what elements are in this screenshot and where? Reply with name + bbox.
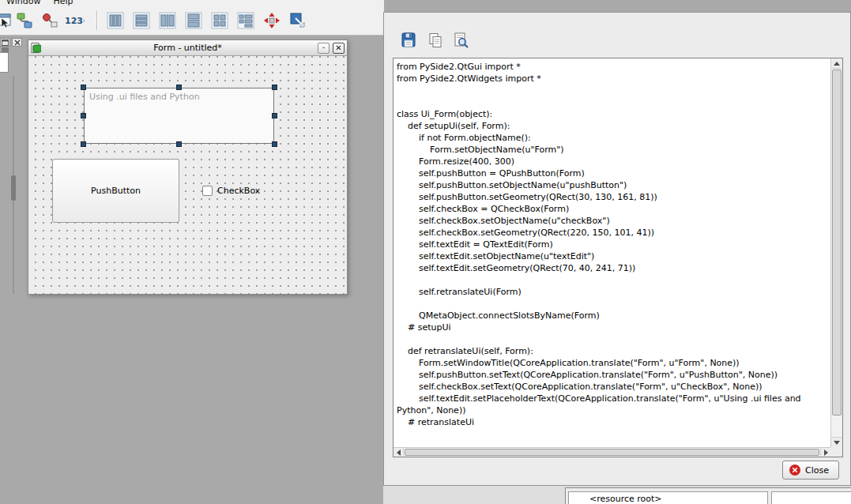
- resize-handle-right[interactable]: [272, 113, 277, 118]
- scrollbar-corner: [830, 447, 842, 457]
- edit-tab-order-icon: 123: [65, 16, 83, 26]
- form-editor-window: Form - untitled* - ✕ Using .ui files and…: [28, 39, 348, 295]
- break-layout-button[interactable]: [262, 10, 282, 31]
- close-window-icon: ✕: [335, 44, 341, 52]
- resize-handle-top-right[interactable]: [272, 85, 277, 90]
- close-circle-icon: [789, 465, 800, 476]
- dock-titlebar-buttons: [0, 38, 22, 47]
- adjust-size-button[interactable]: [288, 10, 308, 31]
- layout-horizontal-button[interactable]: [105, 10, 126, 31]
- designer-workspace: Window Help 123: [0, 0, 851, 504]
- main-toolbar: Window Help 123: [0, 0, 384, 36]
- checkbox-widget[interactable]: CheckBox: [202, 175, 282, 207]
- textedit-box: Using .ui files and Python: [84, 88, 274, 144]
- minimize-button[interactable]: -: [318, 43, 329, 54]
- layout-vertical-icon: [133, 12, 150, 29]
- resize-handle-bottom-right[interactable]: [272, 141, 277, 147]
- resource-browser-panel: <resource root>: [565, 487, 851, 504]
- form-canvas[interactable]: Using .ui files and Python PushButton Ch…: [28, 56, 347, 294]
- edit-signals-slots-button[interactable]: [14, 10, 35, 31]
- dock-float-button[interactable]: [0, 38, 10, 47]
- layout-vertical-splitter-icon: [185, 12, 202, 29]
- code-text-area[interactable]: from PySide2.QtGui import * from PySide2…: [393, 58, 843, 457]
- edit-signals-slots-icon: [16, 12, 33, 29]
- code-preview-dialog: from PySide2.QtGui import * from PySide2…: [383, 12, 851, 486]
- layout-horizontal-icon: [107, 12, 124, 29]
- resize-handle-top-left[interactable]: [81, 85, 86, 90]
- arrow-down-icon: [834, 441, 840, 445]
- form-window-titlebar[interactable]: Form - untitled* - ✕: [28, 40, 347, 56]
- dock-fragment-box: [0, 52, 9, 73]
- edit-widgets-button[interactable]: [0, 10, 13, 31]
- layout-form-icon: [237, 12, 254, 29]
- dock-float-icon: [2, 39, 9, 46]
- resource-panel-cell[interactable]: [771, 491, 851, 504]
- arrow-up-icon: [834, 62, 840, 66]
- vertical-scrollbar-thumb[interactable]: [832, 70, 842, 416]
- resource-root-item[interactable]: <resource root>: [568, 491, 768, 504]
- resize-handle-top[interactable]: [176, 85, 182, 90]
- dock-close-button[interactable]: [12, 38, 22, 47]
- copy-button[interactable]: [425, 30, 446, 51]
- close-dialog-button[interactable]: Close: [782, 461, 839, 480]
- generated-python-code: from PySide2.QtGui import * from PySide2…: [393, 58, 830, 431]
- copy-icon: [427, 32, 444, 49]
- horizontal-scrollbar-thumb[interactable]: [405, 449, 819, 456]
- dock-close-icon: [14, 39, 21, 46]
- arrow-left-icon: [397, 449, 401, 456]
- pushbutton-widget[interactable]: PushButton: [52, 159, 179, 223]
- minimize-icon: -: [322, 44, 325, 51]
- menu-help[interactable]: Help: [53, 0, 73, 6]
- resource-root-label: <resource root>: [589, 494, 662, 504]
- checkbox-label: CheckBox: [217, 186, 260, 196]
- edit-tab-order-button[interactable]: 123: [65, 10, 85, 31]
- edit-buddies-icon: [41, 12, 58, 29]
- save-button[interactable]: [398, 30, 419, 51]
- menu-window[interactable]: Window: [6, 0, 40, 6]
- pushbutton-label: PushButton: [91, 186, 141, 196]
- edit-widgets-icon: [0, 12, 12, 29]
- resize-handle-bottom-left[interactable]: [81, 141, 86, 147]
- dock-scrollbar-thumb[interactable]: [11, 175, 16, 201]
- textedit-placeholder: Using .ui files and Python: [89, 92, 200, 102]
- layout-vertical-splitter-button[interactable]: [183, 10, 204, 31]
- layout-form-button[interactable]: [235, 10, 256, 31]
- layout-grid-icon: [211, 12, 228, 29]
- form-window-title: Form - untitled*: [28, 43, 347, 53]
- scroll-right-button[interactable]: [820, 448, 830, 457]
- layout-vertical-button[interactable]: [131, 10, 152, 31]
- vertical-scrollbar: [830, 58, 842, 447]
- save-icon: [400, 32, 417, 49]
- toolbar-separator: [96, 11, 97, 30]
- layout-horizontal-splitter-button[interactable]: [157, 10, 178, 31]
- scroll-down-button[interactable]: [831, 437, 842, 447]
- close-button-label: Close: [805, 465, 829, 476]
- find-button[interactable]: [450, 30, 471, 51]
- adjust-size-icon: [289, 12, 307, 29]
- checkbox-indicator: [202, 186, 213, 196]
- break-layout-icon: [263, 12, 281, 29]
- resize-handle-left[interactable]: [81, 113, 86, 118]
- resize-handle-bottom[interactable]: [176, 141, 182, 147]
- textedit-widget[interactable]: Using .ui files and Python: [84, 88, 274, 144]
- arrow-right-icon: [824, 449, 828, 456]
- code-viewport: from PySide2.QtGui import * from PySide2…: [393, 58, 830, 447]
- scroll-up-button[interactable]: [831, 58, 842, 69]
- edit-tab-order-arrow-icon: [83, 15, 85, 26]
- edit-buddies-button[interactable]: [40, 10, 60, 31]
- horizontal-scrollbar: [393, 447, 830, 457]
- layout-grid-button[interactable]: [209, 10, 230, 31]
- find-icon: [452, 32, 469, 49]
- menubar: Window Help: [6, 0, 73, 6]
- layout-horizontal-splitter-icon: [159, 12, 176, 29]
- close-window-button[interactable]: ✕: [333, 43, 345, 54]
- scroll-left-button[interactable]: [393, 448, 404, 457]
